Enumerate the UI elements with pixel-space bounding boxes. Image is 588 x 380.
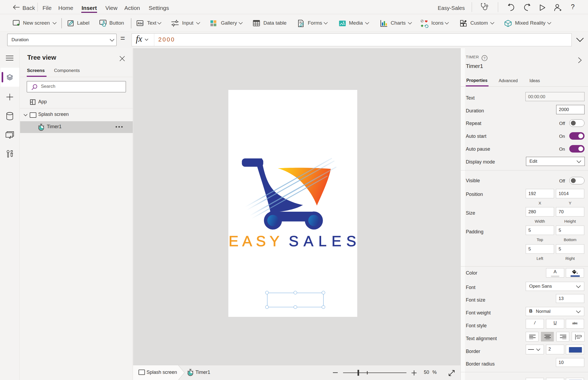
svg-text:Abc: Abc — [138, 22, 143, 25]
svg-text:EASY: EASY — [229, 233, 279, 249]
svg-text:SALES: SALES — [289, 233, 356, 249]
svg-text:?: ? — [483, 56, 485, 60]
